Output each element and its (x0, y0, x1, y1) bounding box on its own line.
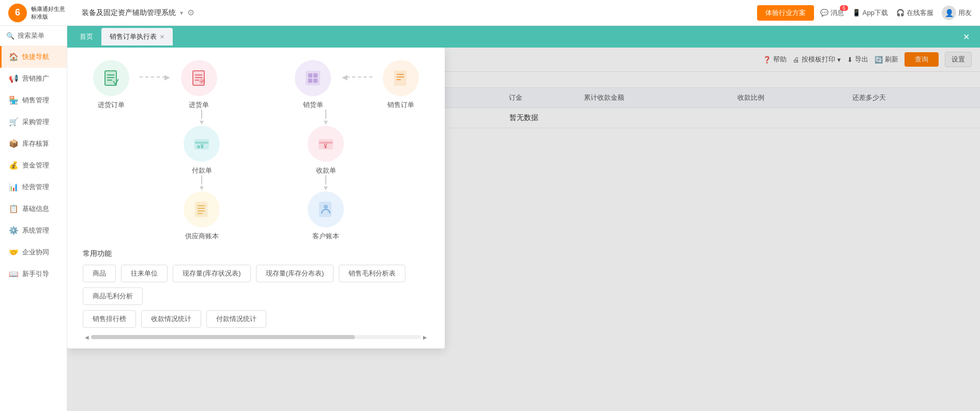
purchase-icon: 🛒 (9, 117, 18, 127)
func-row-2: 销售排行榜 收款情况统计 付款情况统计 (83, 310, 429, 328)
sidebar-item-inventory[interactable]: 📦 库存核算 (0, 133, 67, 155)
window-close-btn[interactable]: ✕ (957, 32, 976, 42)
sidebar-item-operations[interactable]: 📊 经营管理 (0, 176, 67, 198)
arrow-line1 (140, 77, 165, 78)
sidebar-item-enterprise[interactable]: 🤝 企业协同 (0, 241, 67, 263)
operations-icon: 📊 (9, 182, 18, 192)
content-area: 首页 销售订单执行表 ✕ ✕ 📅 ~ 📅 (67, 26, 980, 411)
arrow-down-purchase: ▼ (171, 110, 233, 126)
func-btn-stock-dist[interactable]: 现存量(库存分布表) (256, 265, 334, 282)
svg-rect-16 (395, 71, 406, 85)
home-icon: 🏠 (9, 52, 18, 62)
sidebar-item-quick-nav[interactable]: 🏠 快捷导航 (0, 46, 67, 68)
func-btn-goods[interactable]: 商品 (83, 265, 116, 282)
scroll-right-btn[interactable]: ▶ (421, 334, 429, 340)
basic-info-icon: 📋 (9, 204, 18, 214)
flow-supplier-ledger[interactable]: 供应商账本 (171, 191, 233, 241)
experience-btn[interactable]: 体验行业方案 (757, 5, 814, 21)
tab-close-icon[interactable]: ✕ (160, 34, 164, 40)
app-download-item[interactable]: 📱 App下载 (852, 8, 888, 18)
flow-sales-order[interactable]: 销售订单 (372, 60, 429, 110)
common-funcs-title: 常用功能 (83, 249, 429, 258)
logo-icon: 6 (8, 4, 27, 22)
func-btn-stock-status[interactable]: 现存量(库存状况表) (173, 265, 251, 282)
flow-customer-ledger[interactable]: 客户账本 (295, 191, 357, 241)
svg-rect-11 (306, 71, 320, 85)
scroll-left-btn[interactable]: ◀ (83, 334, 91, 340)
refresh-btn[interactable]: 🔄 刷新 (875, 55, 898, 64)
workflow-row3: ¥ 付款单 ¥ 收款单 (83, 126, 429, 175)
sidebar-label-finance: 资金管理 (22, 161, 49, 170)
flow-sales-bill[interactable]: 销货单 (284, 60, 341, 110)
app-container: 6 畅康通好生意 标准版 装备及固定资产辅助管理系统 ▾ ⚙ 体验行业方案 💬 … (0, 0, 980, 411)
payment-label: 付款单 (192, 166, 212, 175)
system-arrow-icon[interactable]: ▾ (180, 9, 183, 17)
workflow-popup: 进货订单 ▶ 进货单 (67, 48, 445, 348)
sidebar-label-sales: 销售管理 (22, 96, 49, 105)
svg-point-33 (324, 205, 328, 209)
query-btn[interactable]: 查询 (904, 52, 939, 67)
logo-area: 6 畅康通好生意 标准版 (8, 4, 76, 22)
system-name: 装备及固定资产辅助管理系统 (82, 8, 176, 18)
flow-purchase-bill[interactable]: 进货单 (170, 60, 227, 110)
user-item[interactable]: 👤 用友 (942, 6, 972, 20)
vline2-arrow: ▼ (323, 119, 329, 126)
func-btn-sales-rank[interactable]: 销售排行榜 (83, 310, 136, 328)
tab-home-label: 首页 (80, 32, 93, 41)
sales-bill-circle (295, 60, 331, 96)
setting-btn[interactable]: 设置 (945, 52, 972, 67)
svg-text:¥: ¥ (324, 143, 327, 150)
sidebar-item-finance[interactable]: 💰 资金管理 (0, 155, 67, 176)
arrow-down-receipt: ▼ (295, 175, 357, 191)
marketing-icon: 📢 (9, 74, 18, 83)
search-menu-label: 搜索菜单 (18, 31, 44, 40)
sidebar-item-system[interactable]: ⚙️ 系统管理 (0, 220, 67, 241)
message-item[interactable]: 💬 消息 6 (820, 8, 844, 18)
export-icon: ⬇ (847, 56, 853, 64)
sidebar-item-marketing[interactable]: 📢 营销推广 (0, 68, 67, 89)
flow-receipt[interactable]: ¥ 收款单 (295, 126, 357, 175)
sales-icon: 🏪 (9, 96, 18, 105)
finance-icon: 💰 (9, 161, 18, 170)
payment-circle: ¥ (184, 126, 220, 162)
arrow-h2: ◀ (342, 60, 372, 93)
sidebar-item-basic-info[interactable]: 📋 基础信息 (0, 198, 67, 220)
func-btn-partners[interactable]: 往来单位 (121, 265, 168, 282)
arrow-h1: ▶ (140, 60, 170, 93)
scrollbar-track[interactable] (91, 335, 421, 339)
tab-bar: 首页 销售订单执行表 ✕ ✕ (67, 26, 980, 48)
enterprise-icon: 🤝 (9, 248, 18, 257)
print-arrow-icon: ▾ (837, 56, 841, 64)
tab-sales-order[interactable]: 销售订单执行表 ✕ (101, 28, 173, 45)
sidebar-item-purchase[interactable]: 🛒 采购管理 (0, 111, 67, 133)
tab-home[interactable]: 首页 (71, 28, 101, 45)
message-icon: 💬 (820, 9, 828, 17)
svg-rect-27 (195, 202, 207, 217)
online-service-item[interactable]: 🎧 在线客服 (896, 8, 933, 18)
func-btn-goods-profit[interactable]: 商品毛利分析 (83, 287, 143, 305)
sidebar-item-guide[interactable]: 📖 新手引导 (0, 263, 67, 285)
func-btn-receipt-stats[interactable]: 收款情况统计 (141, 310, 201, 328)
print-btn[interactable]: 🖨 按模板打印 ▾ (793, 55, 841, 64)
scrollbar-thumb[interactable] (91, 335, 355, 339)
receipt-label: 收款单 (316, 166, 336, 175)
search-menu[interactable]: 🔍 搜索菜单 (0, 26, 67, 46)
headset-icon: 🎧 (896, 9, 904, 17)
flow-payment[interactable]: ¥ 付款单 (171, 126, 233, 175)
vline1-arrow: ▼ (199, 119, 205, 126)
sidebar-item-sales[interactable]: 🏪 销售管理 (0, 89, 67, 111)
gear-icon[interactable]: ⚙ (187, 8, 194, 18)
workflow-row1: 进货订单 ▶ 进货单 (83, 60, 429, 110)
help-btn[interactable]: ❓ 帮助 (763, 55, 787, 64)
workflow-row4-arrows: ▼ ▼ (83, 175, 429, 191)
export-btn[interactable]: ⬇ 导出 (847, 55, 868, 64)
func-btn-payment-stats[interactable]: 付款情况统计 (206, 310, 266, 328)
spacer-arrow (145, 110, 171, 126)
supplier-ledger-label: 供应商账本 (185, 232, 219, 241)
sp43 (233, 175, 295, 191)
supplier-ledger-circle (184, 191, 220, 227)
func-btn-sales-profit[interactable]: 销售毛利分析表 (339, 265, 405, 282)
workflow-row5: 供应商账本 客户账本 (83, 191, 429, 241)
sales-order-circle (383, 60, 419, 96)
flow-purchase-order[interactable]: 进货订单 (83, 60, 140, 110)
